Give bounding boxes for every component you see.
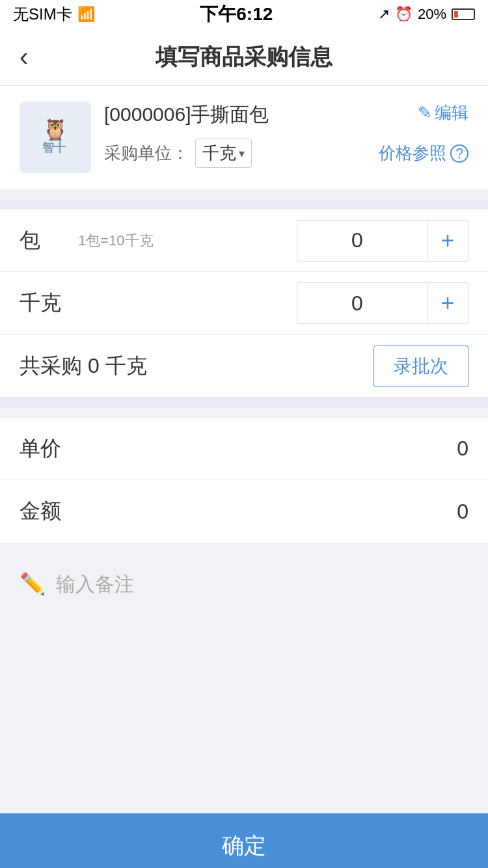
product-unit-row: 采购单位： 千克 ▾ 价格参照 ? (104, 139, 468, 168)
product-full-name: [0000006]手撕面包 (104, 102, 269, 128)
kg-input-group: + (297, 282, 468, 324)
edit-icon: ✎ (418, 103, 432, 123)
product-image: 🦉 智十 (20, 102, 91, 173)
confirm-button[interactable]: 确定 (0, 813, 488, 868)
kg-label: 千克 (20, 289, 72, 318)
location-icon: ↗ (378, 6, 390, 23)
unit-price-value: 0 (457, 437, 468, 461)
summary-unit: 千克 (105, 354, 147, 377)
kg-plus-button[interactable]: + (427, 282, 468, 324)
amount-label: 金额 (20, 497, 61, 526)
edit-button[interactable]: ✎ 编辑 (418, 102, 468, 124)
status-time: 下午6:12 (200, 2, 273, 27)
bag-sublabel: 1包=10千克 (78, 231, 154, 251)
unit-label-text: 采购单位： (104, 142, 189, 165)
quantity-section: 包 1包=10千克 + 千克 + (0, 210, 488, 334)
kg-quantity-row: 千克 + (0, 272, 488, 334)
bag-label: 包 (20, 226, 72, 255)
alarm-icon: ⏰ (395, 6, 413, 23)
pricing-section: 单价 0 金额 0 (0, 418, 488, 543)
product-header: [0000006]手撕面包 ✎ 编辑 (104, 102, 468, 128)
status-bar: 无SIM卡 📶 下午6:12 ↗ ⏰ 20% (0, 0, 488, 29)
unit-dropdown[interactable]: 千克 ▾ (195, 139, 252, 168)
summary-row: 共采购 0 千克 录批次 (0, 334, 488, 397)
notes-section[interactable]: ✏️ 输入备注 (0, 553, 488, 813)
bag-input-group: + (297, 220, 468, 262)
edit-label: 编辑 (435, 102, 468, 124)
unit-label: 采购单位： 千克 ▾ (104, 139, 252, 168)
bag-quantity-row: 包 1包=10千克 + (0, 210, 488, 272)
product-card: 🦉 智十 [0000006]手撕面包 ✎ 编辑 采购单位： 千克 ▾ 价格参照 … (0, 86, 488, 189)
summary-text: 共采购 0 千克 (20, 352, 147, 381)
product-info: [0000006]手撕面包 ✎ 编辑 采购单位： 千克 ▾ 价格参照 ? (104, 102, 468, 168)
nav-bar: ‹ 填写商品采购信息 (0, 29, 488, 86)
help-icon: ? (450, 144, 468, 163)
section-divider-2 (0, 397, 488, 407)
status-carrier: 无SIM卡 📶 (13, 4, 95, 25)
battery-icon (452, 8, 475, 20)
kg-quantity-input[interactable] (297, 282, 427, 324)
bag-quantity-input[interactable] (297, 220, 427, 262)
battery-percent: 20% (418, 6, 446, 23)
product-logo-owl: 🦉 (42, 119, 68, 140)
price-ref-label: 价格参照 (379, 142, 446, 165)
summary-value: 0 (88, 354, 105, 377)
price-reference-button[interactable]: 价格参照 ? (379, 142, 468, 165)
pencil-icon: ✏️ (20, 571, 46, 596)
section-divider-1 (0, 199, 488, 210)
unit-price-row: 单价 0 (0, 418, 488, 480)
chevron-down-icon: ▾ (239, 146, 245, 161)
status-right: ↗ ⏰ 20% (378, 6, 475, 23)
back-button[interactable]: ‹ (20, 42, 28, 72)
carrier-text: 无SIM卡 (13, 4, 72, 25)
bag-plus-button[interactable]: + (427, 220, 468, 262)
batch-button[interactable]: 录批次 (373, 346, 468, 387)
amount-value: 0 (457, 500, 468, 524)
summary-label: 共采购 (20, 354, 82, 377)
unit-value: 千克 (202, 142, 236, 165)
page-title: 填写商品采购信息 (156, 42, 332, 72)
product-logo-text: 智十 (42, 140, 68, 156)
amount-row: 金额 0 (0, 480, 488, 543)
unit-price-label: 单价 (20, 435, 61, 463)
wifi-icon: 📶 (77, 6, 95, 23)
notes-placeholder: 输入备注 (56, 571, 134, 598)
